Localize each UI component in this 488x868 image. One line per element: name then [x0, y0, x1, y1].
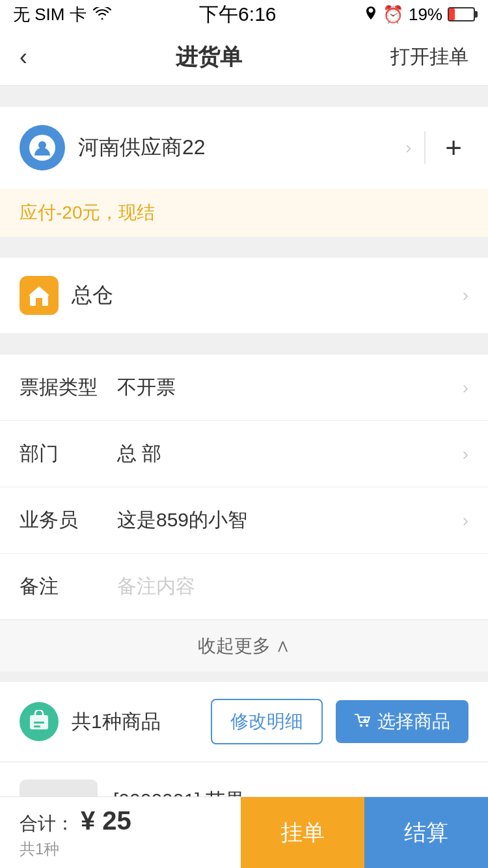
- staff-chevron-icon: ›: [463, 510, 468, 531]
- total-amount: ¥ 25: [81, 806, 131, 835]
- status-bar-right: ⏰ 19%: [364, 5, 475, 25]
- remark-input[interactable]: 备注内容: [117, 573, 468, 600]
- dept-row[interactable]: 部门 总 部 ›: [0, 420, 488, 487]
- warehouse-chevron-icon: ›: [463, 285, 468, 306]
- battery-pct: 19%: [409, 5, 442, 25]
- battery-icon: [448, 7, 475, 21]
- select-product-button[interactable]: 选择商品: [336, 700, 468, 743]
- dept-value: 总 部: [117, 441, 463, 467]
- remark-label: 备注: [20, 573, 104, 600]
- section-divider-2: [0, 237, 488, 247]
- collapse-button[interactable]: 收起更多 ∧: [0, 619, 488, 671]
- svg-point-7: [360, 724, 362, 727]
- svg-rect-5: [34, 722, 44, 724]
- remark-row[interactable]: 备注 备注内容: [0, 553, 488, 619]
- invoice-chevron-icon: ›: [463, 377, 468, 398]
- nav-bar: ‹ 进货单 打开挂单: [0, 29, 488, 86]
- invoice-value: 不开票: [117, 374, 463, 401]
- alarm-icon: ⏰: [383, 5, 403, 25]
- supplier-divider: [424, 131, 426, 164]
- warehouse-section[interactable]: 总仓 ›: [0, 258, 488, 333]
- staff-label: 业务员: [20, 507, 104, 534]
- carrier-text: 无 SIM 卡: [13, 3, 87, 26]
- dept-label: 部门: [20, 441, 104, 467]
- supplier-name: 河南供应商22: [78, 133, 405, 162]
- dept-chevron-icon: ›: [463, 444, 468, 465]
- total-row: 合计： ¥ 25: [20, 806, 221, 836]
- products-count: 共1种商品: [72, 709, 198, 735]
- cart-icon: [354, 711, 372, 732]
- form-section: 票据类型 不开票 › 部门 总 部 › 业务员 这是859的小智 › 备注 备注…: [0, 354, 488, 671]
- invoice-label: 票据类型: [20, 374, 104, 401]
- staff-value: 这是859的小智: [117, 507, 463, 534]
- select-product-label: 选择商品: [377, 709, 450, 734]
- total-sub: 共1种: [20, 839, 221, 860]
- bottom-bar: 合计： ¥ 25 共1种 挂单 结算: [0, 796, 488, 868]
- products-header: 共1种商品 修改明细 选择商品: [0, 682, 488, 761]
- svg-marker-2: [29, 286, 49, 295]
- back-button[interactable]: ‹: [20, 44, 27, 71]
- pending-button[interactable]: 挂单: [241, 797, 364, 868]
- status-bar-left: 无 SIM 卡: [13, 3, 111, 26]
- total-label: 合计：: [20, 811, 74, 836]
- warehouse-row[interactable]: 总仓 ›: [0, 258, 488, 333]
- section-divider-3: [0, 333, 488, 344]
- supplier-row[interactable]: 河南供应商22 › +: [0, 107, 488, 189]
- wifi-icon: [93, 5, 111, 25]
- invoice-row[interactable]: 票据类型 不开票 ›: [0, 354, 488, 420]
- supplier-chevron-icon: ›: [405, 137, 411, 158]
- add-supplier-button[interactable]: +: [439, 131, 468, 164]
- page-title: 进货单: [176, 42, 242, 72]
- edit-detail-button[interactable]: 修改明细: [211, 699, 323, 744]
- staff-row[interactable]: 业务员 这是859的小智 ›: [0, 487, 488, 553]
- supplier-notice: 应付-20元，现结: [0, 189, 488, 237]
- bottom-total: 合计： ¥ 25 共1种: [0, 797, 241, 868]
- status-bar-time: 下午6:16: [199, 1, 276, 28]
- products-icon: [20, 702, 59, 741]
- svg-point-8: [366, 724, 368, 727]
- supplier-section: 河南供应商22 › + 应付-20元，现结: [0, 107, 488, 237]
- checkout-button[interactable]: 结算: [364, 797, 488, 868]
- location-icon: [364, 5, 377, 25]
- section-divider-1: [0, 86, 488, 96]
- supplier-avatar: [20, 125, 65, 170]
- svg-rect-6: [34, 726, 40, 727]
- svg-rect-3: [36, 298, 42, 306]
- warehouse-icon: [20, 276, 59, 315]
- supplier-avatar-inner: [29, 135, 55, 161]
- open-pending-button[interactable]: 打开挂单: [390, 44, 468, 70]
- status-bar: 无 SIM 卡 下午6:16 ⏰ 19%: [0, 0, 488, 29]
- section-divider-4: [0, 671, 488, 682]
- warehouse-name: 总仓: [72, 281, 463, 310]
